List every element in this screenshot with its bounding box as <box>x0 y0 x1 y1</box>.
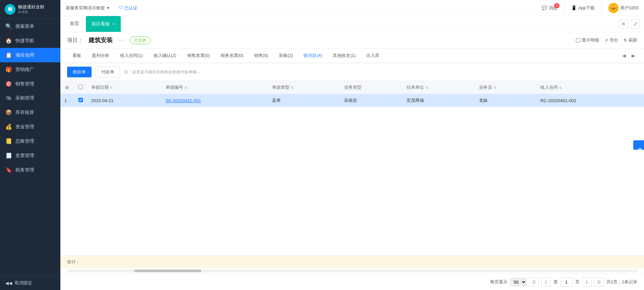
show-detail-input[interactable] <box>576 38 580 43</box>
sidebar-item-sales[interactable]: 🎯 销售管理 <box>0 77 60 91</box>
export-button[interactable]: ↗ 导出 <box>604 37 618 43</box>
certified-badge: 🛡 已认证 <box>119 5 138 11</box>
sidebar-item-tax[interactable]: 🔖 税务管理 <box>0 163 60 177</box>
sidebar-item-label: 采购管理 <box>15 95 34 101</box>
sub-tab-sales[interactable]: 销售(0) <box>249 49 274 63</box>
sub-tab-sales-invoice[interactable]: 销售发票(0) <box>182 49 215 63</box>
page-next-button[interactable]: ⟩ <box>582 277 592 287</box>
shield-icon: 🛡 <box>119 5 123 10</box>
message-badge: 1 <box>554 3 559 8</box>
th-partner: 往来单位 ⇅ <box>402 81 475 94</box>
header-divider2 <box>601 4 602 12</box>
th-salesperson: 业务员 ⇅ <box>475 81 537 94</box>
feedback-button[interactable]: 反馈 <box>633 140 644 150</box>
avatar: 🐱 <box>608 3 619 13</box>
logo-sub: 标准版 <box>18 10 44 14</box>
tab-home[interactable]: 首页 <box>64 16 85 32</box>
sub-tab-income-contract[interactable]: 收入合同(1) <box>115 49 148 63</box>
sub-tab-receivable[interactable]: 收付款(4) <box>298 49 327 63</box>
table-header-row: ⚙ 单据日期 ⇅ 单据编号 <box>60 81 644 94</box>
page-first-button[interactable]: ⟨⟨ <box>529 277 539 287</box>
sidebar-item-label: 资金管理 <box>15 124 34 130</box>
sub-tab-in-out[interactable]: 出入库 <box>361 49 385 63</box>
page-number-input[interactable] <box>560 277 573 287</box>
marketing-icon: 🎁 <box>5 66 12 73</box>
sub-tab-tax-invoice[interactable]: 税务发票(0) <box>215 49 249 63</box>
home-icon: 🏠 <box>5 38 12 44</box>
scrollbar-track <box>67 270 637 272</box>
per-page-select[interactable]: 50 <box>510 278 527 286</box>
tab-project-board[interactable]: 项目看板 ✕ <box>86 16 121 32</box>
message-button[interactable]: 💬 消息 1 <box>542 5 557 11</box>
cell-checkbox[interactable] <box>74 94 87 107</box>
sort-date-icon[interactable]: ⇅ <box>110 86 113 89</box>
cell-number[interactable]: SK-20220421-001 <box>162 94 268 107</box>
sidebar-item-project-contract[interactable]: 📋 项目合同 <box>0 48 60 62</box>
app-download-button[interactable]: 📱 App下载 <box>571 5 595 11</box>
select-all-checkbox[interactable] <box>78 85 83 89</box>
export-label: 导出 <box>609 37 618 43</box>
row-checkbox[interactable] <box>78 98 83 102</box>
tab-close-icon[interactable]: ✕ <box>112 22 115 26</box>
sidebar-item-label: 发票管理 <box>15 153 34 159</box>
more-button[interactable]: ··· <box>118 37 124 43</box>
page-last-button[interactable]: ⟩⟩ <box>594 277 604 287</box>
expand-window-button[interactable]: ⤢ <box>631 19 640 29</box>
logo-name: 畅捷通好业财 <box>18 4 44 10</box>
page-unit: 页 <box>575 279 580 285</box>
th-type: 单据类型 ⇅ <box>268 81 340 94</box>
show-detail-checkbox[interactable]: 显示明细 <box>576 37 599 43</box>
sidebar-item-search[interactable]: 🔍 搜索菜单 <box>0 19 60 33</box>
data-table: ⚙ 单据日期 ⇅ 单据编号 <box>60 81 644 107</box>
sub-tab-prev[interactable]: ◀ <box>620 52 628 60</box>
user-profile[interactable]: 🐱 用户3355 <box>608 3 639 13</box>
sidebar-unpin-button[interactable]: ◀◀ 取消固定 <box>0 276 60 290</box>
total-label: 合计： <box>67 259 80 265</box>
th-gear[interactable]: ⚙ <box>60 81 74 94</box>
top-header-right: 💬 消息 1 📱 App下载 🐱 用户3355 <box>542 3 639 13</box>
cell-biz-type: 应收款 <box>340 94 402 107</box>
filter-fukuan-button[interactable]: 付款单 <box>96 67 120 77</box>
sub-tab-purchase[interactable]: 采购(2) <box>273 49 298 63</box>
certified-label: 已认证 <box>124 5 138 11</box>
cell-date: 2022-04-21 <box>87 94 162 107</box>
account-name: 新服务官网演示账套 <box>66 5 105 11</box>
sidebar-item-inventory[interactable]: 📦 库存核算 <box>0 105 60 120</box>
scrollbar-thumb[interactable] <box>134 270 201 272</box>
filter-shoukuan-button[interactable]: 收款单 <box>67 67 92 77</box>
sidebar-item-invoice[interactable]: 🧾 发票管理 <box>0 148 60 163</box>
app-download-label: App下载 <box>578 5 595 11</box>
sort-partner-icon[interactable]: ⇅ <box>425 86 428 89</box>
sub-tab-income-confirm[interactable]: 收入确认(2) <box>148 49 182 63</box>
sidebar-item-ledger[interactable]: 📒 总账管理 <box>0 134 60 148</box>
sidebar-item-fund[interactable]: 💰 资金管理 <box>0 120 60 134</box>
sidebar-item-purchase[interactable]: 🛍 采购管理 <box>0 91 60 105</box>
sort-salesperson-icon[interactable]: ⇅ <box>493 86 496 89</box>
refresh-button[interactable]: ↻ 刷新 <box>624 37 637 43</box>
sidebar-item-label: 项目合同 <box>15 52 34 58</box>
sort-contract-icon[interactable]: ⇅ <box>559 86 562 89</box>
sub-tab-profit[interactable]: 盈利分析 <box>87 49 115 63</box>
content-area: 项目： 建筑安装 ··· 已生效 显示明细 ↗ 导出 ↻ 刷新 <box>60 32 644 290</box>
sub-tab-other-expense[interactable]: 其他收支(1) <box>327 49 361 63</box>
page-label: 第 <box>553 279 558 285</box>
inventory-icon: 📦 <box>5 109 12 116</box>
sub-tab-kanban[interactable]: 看板 <box>67 49 87 63</box>
header-divider <box>564 4 565 12</box>
document-number-link[interactable]: SK-20220421-001 <box>166 98 201 103</box>
sidebar-item-quick-nav[interactable]: 🏠 快捷导航 <box>0 33 60 48</box>
page-prev-button[interactable]: ⟨ <box>541 277 551 287</box>
export-icon: ↗ <box>604 38 608 43</box>
account-selector[interactable]: 新服务官网演示账套 ▾ <box>66 5 109 11</box>
sort-type-icon[interactable]: ⇅ <box>291 86 293 89</box>
sidebar-item-marketing[interactable]: 🎁 营销推广 <box>0 62 60 77</box>
unpin-icon: ◀◀ <box>5 281 12 286</box>
th-checkbox[interactable] <box>74 81 87 94</box>
sidebar: 畅 畅捷通好业财 标准版 🔍 搜索菜单 🏠 快捷导航 📋 项目合同 🎁 营销推广… <box>0 0 60 290</box>
sub-tab-next[interactable]: ▶ <box>629 52 637 60</box>
close-window-button[interactable]: ✕ <box>619 19 628 29</box>
table-row: 1 2022-04-21 SK-20220421-001 蓝单 <box>60 94 644 107</box>
sort-number-icon[interactable]: ⇅ <box>184 86 187 89</box>
table-scrollbar-area <box>60 268 644 274</box>
show-detail-label: 显示明细 <box>582 37 599 43</box>
